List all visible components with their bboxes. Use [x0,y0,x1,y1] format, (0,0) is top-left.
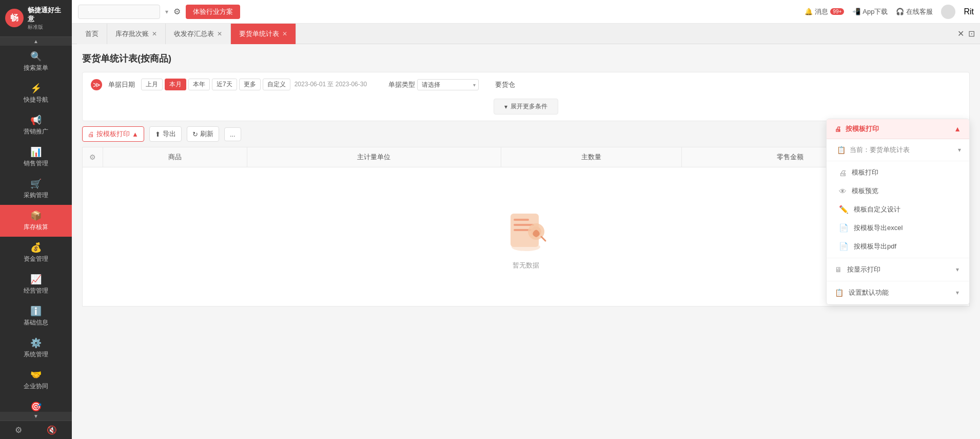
message-badge: 99+ [830,8,844,15]
dropdown-defaults-btn[interactable]: 📋 设置默认功能 ▾ [827,283,969,302]
gear-icon: ⚙️ [30,337,42,349]
dropdown-display-btn[interactable]: 🖥 按显示打印 ▾ [827,260,969,279]
tab-batch-label: 库存批次账 [115,29,149,39]
sidebar-item-label: 资金管理 [24,255,48,263]
sidebar-item-newguide[interactable]: 🎯 新手引导 [0,396,72,412]
more-button[interactable]: ... [224,127,241,141]
sidebar-scroll-down[interactable]: ▼ [0,412,72,421]
filter-expand-button[interactable]: ≫ [91,79,102,90]
sidebar-item-label: 基础信息 [24,318,48,327]
empty-icon [500,203,552,255]
item-print-label: 模板打印 [852,168,878,177]
type-label: 单据类型 [388,80,415,89]
dropdown-item-print[interactable]: 🖨 模板打印 [827,163,969,182]
quantity-col-label: 主数量 [581,153,601,161]
headset-icon: 🎧 [896,8,904,15]
sidebar-item-marketing[interactable]: 📢 营销推广 [0,109,72,141]
dropdown-collapse-icon[interactable]: ▲ [954,125,961,133]
excel-icon: 📄 [839,223,849,233]
logo-sub-text: 标准版 [28,24,67,30]
date-range: 2023-06-01 至 2023-06-30 [295,80,367,89]
table-header-product: 商品 [103,147,247,167]
sidebar-item-finance[interactable]: 💰 资金管理 [0,237,72,269]
export-button[interactable]: ⬆ 导出 [149,126,182,142]
product-col-label: 商品 [168,153,182,161]
chart-icon: 📊 [30,146,42,158]
dropdown-item-pdf[interactable]: 📄 按模板导出pdf [827,237,969,256]
dropdown-item-excel[interactable]: 📄 按模板导出excel [827,219,969,237]
sidebar-item-basicinfo[interactable]: ℹ️ 基础信息 [0,300,72,332]
mute-bottom-btn[interactable]: 🔇 [47,425,57,435]
type-filter: 单据类型 请选择 [388,79,479,90]
print-icon: 🖨 [839,168,847,177]
unit-col-label: 主计量单位 [357,153,390,161]
sidebar-scroll-up[interactable]: ▲ [0,37,72,46]
refresh-button[interactable]: ↻ 刷新 [187,126,219,142]
table-config-icon[interactable]: ⚙ [89,153,96,161]
sidebar-item-search[interactable]: 🔍 搜索菜单 [0,46,72,78]
dropdown-header: 🖨 按模板打印 ▲ [827,119,969,139]
app-download-btn[interactable]: 📲 App下载 [852,7,888,16]
dropdown-item-preview[interactable]: 👁 模板预览 [827,182,969,200]
tab-home[interactable]: 首页 [77,24,107,44]
maximize-window-icon[interactable]: ⊡ [968,29,975,39]
tab-batch-account[interactable]: 库存批次账 ✕ [107,24,166,44]
search-chevron-icon[interactable]: ▾ [165,8,168,15]
refresh-icon: ↻ [192,130,198,138]
trial-button[interactable]: 体验行业方案 [186,5,240,19]
topbar-settings-icon[interactable]: ⚙ [173,7,181,16]
user-name: Rit [964,7,974,16]
tab-summary[interactable]: 收发存汇总表 ✕ [166,24,231,44]
dropdown-items-section: 🖨 模板打印 👁 模板预览 ✏️ 模板自定义设计 📄 按模板导出excel 📄 [827,161,969,258]
tab-requisition[interactable]: 要货单统计表 ✕ [231,24,296,44]
dropdown-item-design[interactable]: ✏️ 模板自定义设计 [827,200,969,219]
print-template-label: 按模板打印 [96,129,130,139]
sidebar-item-sales[interactable]: 📊 销售管理 [0,141,72,173]
table-header-settings[interactable]: ⚙ [83,147,103,167]
handshake-icon: 🤝 [30,369,42,380]
date-btn-this-month[interactable]: 本月 [165,79,186,90]
export-label: 导出 [163,129,176,139]
sidebar-item-operations[interactable]: 📈 经营管理 [0,269,72,300]
topbar-right: 🔔 消息 99+ 📲 App下载 🎧 在线客服 Rit [805,5,974,19]
target-icon: 🎯 [30,401,42,412]
sidebar-item-label: 采购管理 [24,191,48,200]
settings-bottom-btn[interactable]: ⚙ [15,425,22,435]
sidebar-item-label: 快捷导航 [24,96,48,104]
close-window-icon[interactable]: ✕ [957,29,964,39]
date-btn-this-year[interactable]: 本年 [188,79,210,90]
item-preview-label: 模板预览 [852,186,878,196]
print-template-button[interactable]: 🖨 按模板打印 ▲ [82,126,144,142]
tab-summary-label: 收发存汇总表 [174,29,214,39]
req-label: 要货仓 [495,80,515,89]
money-icon: 💰 [30,242,42,253]
sidebar-item-purchase[interactable]: 🛒 采购管理 [0,173,72,205]
date-btn-last-month[interactable]: 上月 [141,79,163,90]
sidebar-item-label: 营销推广 [24,127,48,136]
message-btn[interactable]: 🔔 消息 99+ [805,7,844,16]
sidebar-item-quicknav[interactable]: ⚡ 快捷导航 [0,78,72,109]
date-btn-7days[interactable]: 近7天 [212,79,237,90]
sidebar-item-system[interactable]: ⚙️ 系统管理 [0,332,72,364]
online-service-btn[interactable]: 🎧 在线客服 [896,7,933,16]
logo-main-text: 畅捷通好生意 [28,6,67,24]
sidebar-item-enterprise[interactable]: 🤝 企业协同 [0,364,72,396]
tab-requisition-close-icon[interactable]: ✕ [282,30,287,37]
type-select[interactable]: 请选择 [417,79,479,90]
expand-more-button[interactable]: ▾ 展开更多条件 [494,99,558,114]
sidebar-item-label: 库存核算 [24,223,48,232]
search-input[interactable] [78,5,160,19]
tab-summary-close-icon[interactable]: ✕ [217,30,222,37]
sidebar-item-inventory[interactable]: 📦 库存核算 [0,205,72,237]
current-template-label: 当前：要货单统计表 [850,145,910,155]
date-btn-custom[interactable]: 自定义 [263,79,290,90]
download-icon: 📲 [852,8,860,15]
tab-batch-close-icon[interactable]: ✕ [152,30,157,37]
req-filter: 要货仓 [495,80,515,89]
current-template-item[interactable]: 📋 当前：要货单统计表 ▾ [827,141,969,159]
user-avatar[interactable] [941,5,955,19]
tab-requisition-label: 要货单统计表 [239,29,279,39]
info-icon: ℹ️ [30,306,42,317]
date-btn-more[interactable]: 更多 [239,79,261,90]
svg-line-7 [541,237,545,241]
